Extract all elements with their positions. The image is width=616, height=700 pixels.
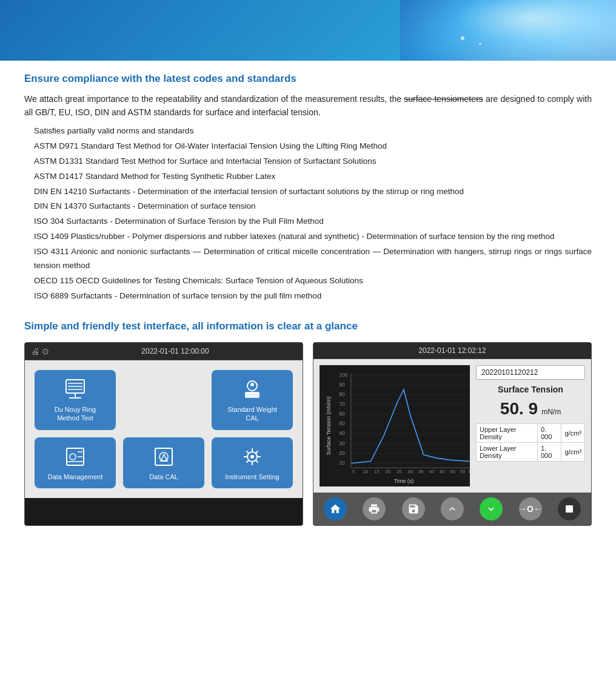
svg-text:50: 50 — [450, 469, 455, 474]
water-effect — [400, 0, 616, 61]
stop-button[interactable] — [558, 497, 581, 520]
standard-item-8: ISO 4311 Anionic and nonionic surfactant… — [34, 245, 592, 273]
file-id: 20220101120212 — [476, 365, 585, 380]
left-panel-body: Du Nouy RingMethod Test — [25, 360, 303, 498]
svg-text:55: 55 — [460, 469, 465, 474]
svg-text:36: 36 — [418, 469, 423, 474]
data-mgmt-icon — [60, 445, 90, 469]
svg-rect-27 — [338, 370, 470, 474]
standard-item-4: DIN EN 14210 Surfactants - Determination… — [34, 185, 592, 199]
partial-valid-note: Satisfies partially valid norms and stan… — [34, 124, 592, 138]
svg-text:30: 30 — [408, 469, 413, 474]
surface-tension-label: Surface Tension — [476, 385, 585, 394]
intro-paragraph: We attach great importance to the repeat… — [24, 92, 592, 119]
cloud-icon[interactable]: ⊙ — [42, 346, 49, 356]
right-panel-header: 2022-01-01 12:02:12 — [313, 343, 591, 359]
standard-item-6: ISO 304 Surfactants - Determination of S… — [34, 215, 592, 229]
svg-text:100: 100 — [339, 372, 348, 378]
down-arrow-button[interactable] — [480, 497, 503, 520]
ring-icon — [60, 377, 90, 402]
svg-text:70: 70 — [339, 401, 345, 407]
standard-item-1: ASTM D971 Standard Test Method for Oil-W… — [34, 140, 592, 153]
compliance-section: Ensure compliance with the latest codes … — [24, 73, 592, 303]
water-bubble-1 — [461, 36, 464, 40]
svg-rect-8 — [245, 392, 259, 398]
standard-weight-button[interactable]: Standard WeightCAL — [212, 370, 293, 430]
data-cal-label: Data CAL — [149, 473, 178, 481]
standard-item-3: ASTM D1417 Standard Method for Testing S… — [34, 170, 592, 184]
surface-text: surface tensiometers — [404, 94, 483, 104]
empty-slot — [123, 370, 204, 430]
svg-text:30: 30 — [339, 440, 345, 446]
du-nouy-ring-button[interactable]: Du Nouy RingMethod Test — [35, 370, 116, 430]
upper-density-label: Upper Layer Density — [477, 424, 538, 443]
y-axis-label-container: Surface Tension (mN/m) — [320, 365, 338, 486]
interface-section: Simple and friendly test interface, all … — [24, 320, 592, 526]
tension-value-row: 50. 9 mN/m — [476, 399, 585, 419]
instrument-icon — [237, 445, 267, 469]
right-panel-nav: →O← — [313, 493, 591, 525]
right-panel-datetime: 2022-01-01 12:02:12 — [320, 346, 585, 355]
save-button[interactable] — [402, 497, 425, 520]
svg-line-25 — [255, 451, 258, 453]
svg-text:90: 90 — [339, 382, 345, 388]
left-panel-icons: 🖨 ⊙ — [31, 346, 49, 356]
svg-point-18 — [250, 455, 254, 459]
left-panel: 🖨 ⊙ 2022-01-01 12:00:00 — [24, 342, 303, 526]
lower-density-label: Lower Layer Density — [477, 443, 538, 462]
x-axis-label: Time (s) — [338, 478, 470, 484]
standard-item-5: DIN EN 14370 Surfactants - Determination… — [34, 200, 592, 214]
du-nouy-label: Du Nouy RingMethod Test — [55, 405, 96, 423]
data-management-label: Data Management — [48, 473, 103, 481]
lower-density-row: Lower Layer Density 1. 000 g/cm³ — [477, 443, 585, 462]
svg-point-7 — [250, 383, 254, 386]
left-panel-header: 🖨 ⊙ 2022-01-01 12:00:00 — [25, 343, 303, 360]
svg-point-10 — [70, 454, 76, 460]
svg-text:50: 50 — [339, 420, 345, 426]
up-arrow-button[interactable] — [441, 497, 464, 520]
interface-panels: 🖨 ⊙ 2022-01-01 12:00:00 — [24, 342, 592, 526]
svg-line-24 — [255, 460, 258, 462]
data-cal-button[interactable]: △ Data CAL — [123, 437, 204, 488]
main-content: Ensure compliance with the latest codes … — [0, 61, 616, 538]
lower-density-unit: g/cm³ — [561, 443, 585, 462]
standard-item-9: OECD 115 OECD Guidelines for Testing Che… — [34, 274, 592, 288]
printer-icon[interactable]: 🖨 — [31, 346, 39, 356]
header-banner — [0, 0, 616, 61]
svg-text:5: 5 — [352, 469, 355, 474]
svg-text:10: 10 — [339, 460, 345, 466]
home-button[interactable] — [324, 497, 347, 520]
chart-canvas: 100 90 80 70 60 50 40 30 20 10 — [338, 370, 470, 474]
svg-rect-63 — [566, 505, 573, 513]
upper-density-value: 0. 000 — [537, 424, 561, 443]
standard-weight-label: Standard WeightCAL — [227, 405, 277, 423]
data-management-button[interactable]: Data Management — [35, 437, 116, 488]
svg-text:40: 40 — [339, 431, 345, 437]
lower-density-value: 1. 000 — [537, 443, 561, 462]
svg-line-26 — [247, 460, 249, 462]
export-button[interactable]: →O← — [519, 497, 542, 520]
right-panel: 2022-01-01 12:02:12 Surface Tension (mN/… — [313, 342, 592, 526]
instrument-setting-button[interactable]: Instrument Setting — [212, 437, 293, 488]
svg-text:20: 20 — [339, 450, 345, 456]
tension-unit: mN/m — [541, 408, 561, 416]
standard-item-7: ISO 1409 Plastics/rubber - Polymer dispe… — [34, 230, 592, 244]
right-panel-body: Surface Tension (mN/m) 100 90 80 70 — [313, 359, 591, 493]
weight-icon — [237, 377, 267, 402]
compliance-title: Ensure compliance with the latest codes … — [24, 73, 592, 85]
instrument-setting-label: Instrument Setting — [225, 473, 279, 481]
header-image — [400, 0, 616, 61]
water-bubble-2 — [479, 42, 481, 45]
upper-density-unit: g/cm³ — [561, 424, 585, 443]
upper-density-row: Upper Layer Density 0. 000 g/cm³ — [477, 424, 585, 443]
tension-value: 50. 9 — [500, 399, 538, 419]
svg-line-23 — [247, 451, 249, 453]
svg-text:15: 15 — [374, 469, 379, 474]
svg-text:80: 80 — [339, 391, 345, 397]
interface-title: Simple and friendly test interface, all … — [24, 320, 592, 332]
print-button[interactable] — [363, 497, 386, 520]
svg-text:60: 60 — [339, 411, 345, 417]
svg-text:60: 60 — [469, 469, 470, 474]
left-panel-datetime: 2022-01-01 12:00:00 — [54, 347, 296, 355]
y-axis-label: Surface Tension (mN/m) — [326, 397, 332, 456]
